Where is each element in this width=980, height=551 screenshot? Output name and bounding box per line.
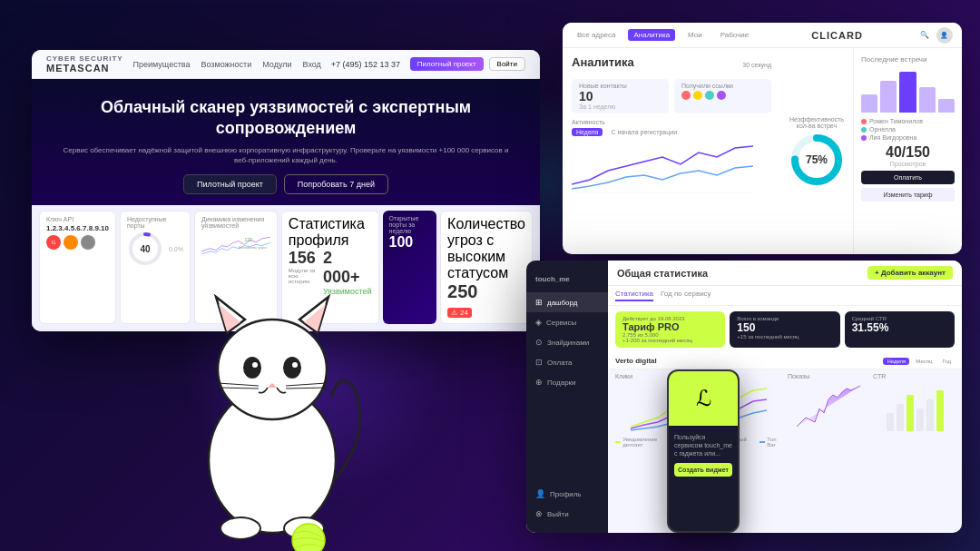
svg-line-25	[218, 388, 259, 389]
svg-line-26	[286, 383, 327, 386]
metascan-login-btn[interactable]: Войти	[489, 57, 525, 71]
touchme-add-account-btn[interactable]: + Добавить аккаунт	[867, 266, 953, 280]
tm-tab-stats[interactable]: Статистика	[615, 290, 653, 301]
clicard-nav-tabs: Все адреса Аналитика Мои Рабочие	[572, 29, 754, 41]
tm-period-month-btn[interactable]: Месяц	[912, 358, 936, 365]
tm-nav-dashboard[interactable]: ⊞ дашборд	[526, 292, 608, 312]
metascan-hero-try-btn[interactable]: Попробовать 7 дней	[284, 174, 388, 194]
legend-tunbar: Tun Bar	[760, 437, 782, 448]
bar-1	[861, 94, 877, 113]
clicard-donut-area: Неэффективность кол-ва встреч 75%	[780, 48, 853, 254]
svg-point-19	[243, 357, 261, 379]
bar-2	[880, 81, 897, 113]
tm-nav-gifts[interactable]: ⊕ Подарки	[526, 372, 608, 392]
api-label: Ключ API	[46, 216, 109, 222]
period-all-btn[interactable]: С начала регистрации	[606, 128, 681, 136]
clicard-count-area: 40/150 Просмотров	[861, 144, 955, 167]
phone-screen: ℒ	[669, 371, 738, 426]
metascan-nav: CYBER SECURITY METASCAN Преимущества Воз…	[32, 50, 540, 79]
shows-label: Показы	[788, 373, 869, 379]
clicard-line-chart	[572, 139, 753, 193]
ports-sub: 0,0%	[169, 246, 183, 252]
clicard-main: Аналитика 30 секунд Новые контакты 10 За…	[563, 48, 780, 254]
clicard-right-panel: Последние встречи Ромен Тимонилов Орнелл…	[853, 48, 962, 254]
clicard-count-value: 40/150	[861, 144, 955, 161]
phone-body: Пользуйся сервисом touch_me с гаджета ил…	[669, 426, 738, 484]
legend-deposit-line	[615, 441, 621, 443]
clicard-metrics: Новые контакты 10 За 1 неделю Получили с…	[572, 79, 771, 113]
tm-nav-payment[interactable]: ⊡ Оплата	[526, 352, 608, 372]
svg-rect-12	[936, 390, 944, 431]
svg-point-14	[218, 320, 327, 419]
svg-text:Количество угроз: Количество угроз	[239, 246, 267, 250]
bar-4	[919, 87, 936, 113]
metascan-logo: CYBER SECURITY METASCAN	[46, 54, 123, 74]
metascan-logos-bar: МТС Rarible ∞ Словника Солидарг Ezil	[32, 330, 540, 331]
svg-line-27	[286, 388, 327, 389]
clicard-change-btn[interactable]: Изменить тариф	[861, 188, 955, 202]
clicard-logo: CLICARD	[811, 30, 863, 41]
touchme-logo: touch_me	[526, 270, 608, 292]
touchme-phone-overlay: ℒ Пользуйся сервисом touch_me с гаджета …	[667, 369, 740, 533]
svg-point-20	[283, 357, 301, 379]
svg-rect-10	[916, 408, 924, 431]
metascan-hero-pilot-btn[interactable]: Пилотный проект	[183, 174, 277, 194]
profile-icon: 👤	[535, 489, 545, 498]
nav-link-modules[interactable]: Модули	[262, 60, 291, 69]
metric2-label: Получили ссылки	[681, 83, 764, 89]
tm-nav-zaydemy[interactable]: ⊙ Знайдинами	[526, 332, 608, 352]
clicard-tab-work[interactable]: Рабочие	[715, 29, 754, 41]
svg-point-30	[292, 524, 325, 551]
ctr-value: 31.55%	[852, 321, 947, 334]
metascan-pilot-btn[interactable]: Пилотный проект	[410, 57, 484, 71]
threats-value: 250	[447, 281, 525, 302]
dashboard-icon: ⊞	[535, 298, 543, 307]
nav-link-advantages[interactable]: Преимущества	[133, 60, 191, 69]
tm-period-week-btn[interactable]: Неделя	[883, 358, 909, 365]
clicard-tab-all[interactable]: Все адреса	[572, 29, 621, 41]
metascan-stats-row: Ключ API 1.2.3.4.5.6.7.8.9.10 G Недоступ…	[32, 205, 540, 330]
clicard-activity-label: Активность	[572, 119, 771, 125]
donut-value: 75%	[806, 153, 828, 166]
clicard-tab-mine[interactable]: Мои	[682, 29, 708, 41]
nav-link-features[interactable]: Возможности	[201, 60, 251, 69]
api-value: 1.2.3.4.5.6.7.8.9.10	[46, 224, 109, 232]
metascan-dynamic-card: Динамика изменения уязвимостей 122 Колич…	[194, 211, 278, 324]
metascan-window: CYBER SECURITY METASCAN Преимущества Воз…	[32, 50, 540, 331]
threats-badge: 24	[460, 309, 468, 317]
clicard-tab-analytics[interactable]: Аналитика	[628, 29, 675, 41]
tm-nav-profile[interactable]: 👤 Профиль	[526, 484, 608, 504]
search-icon[interactable]: 🔍	[920, 31, 929, 39]
tm-nav-logout[interactable]: ⊗ Выйти	[526, 504, 608, 524]
legend-dot-1	[861, 119, 867, 124]
svg-line-24	[218, 383, 259, 386]
tm-period-year-btn[interactable]: Год	[938, 358, 955, 365]
legend-item-2: Орнелла	[861, 126, 955, 133]
nav-link-login[interactable]: Вход	[302, 60, 320, 69]
tm-stat-team: Всего в команде 150 +15 за последний мес…	[730, 311, 839, 348]
plan-sub2: +1-200 за последний месяц	[622, 338, 718, 343]
touchme-chart-container: Клики Уведомление депозит Уведо	[608, 369, 962, 533]
svg-marker-23	[268, 383, 277, 388]
metascan-open-ports-card: Открытые порты за неделю 100	[383, 211, 437, 324]
tm-stat-plan: Действует до 19.08.2023 Тариф PRO 2,755 …	[615, 311, 725, 348]
touchme-sidebar: touch_me ⊞ дашборд ◈ Сервисы ⊙ Знайдинам…	[526, 261, 608, 533]
tm-nav-services[interactable]: ◈ Сервисы	[526, 312, 608, 332]
metascan-nav-links: Преимущества Возможности Модули Вход	[133, 60, 321, 69]
team-sub: +15 за последний месяц	[737, 334, 832, 339]
legend-dot-2	[861, 127, 867, 133]
metric1-sub: За 1 неделю	[579, 103, 662, 110]
clicard-period: 30 секунд	[742, 62, 771, 68]
clicard-count-label: Просмотров	[861, 161, 955, 167]
touchme-shows-chart: Показы	[788, 373, 869, 529]
svg-point-13	[209, 388, 336, 533]
period-week-btn[interactable]: Неделя	[572, 128, 603, 136]
clicard-panel-title: Последние встречи	[861, 55, 955, 64]
clicard-pay-btn[interactable]: Оплатить	[861, 171, 955, 184]
tm-tab-year[interactable]: Год по сервису	[661, 290, 711, 301]
metric1-value: 10	[579, 89, 662, 103]
clicard-title: Аналитика	[572, 55, 634, 69]
bar-3	[899, 72, 916, 113]
phone-create-widget-btn[interactable]: Создать виджет	[674, 463, 732, 477]
metascan-threats-card: Количество угроз с высоким статусом 250 …	[440, 211, 533, 324]
